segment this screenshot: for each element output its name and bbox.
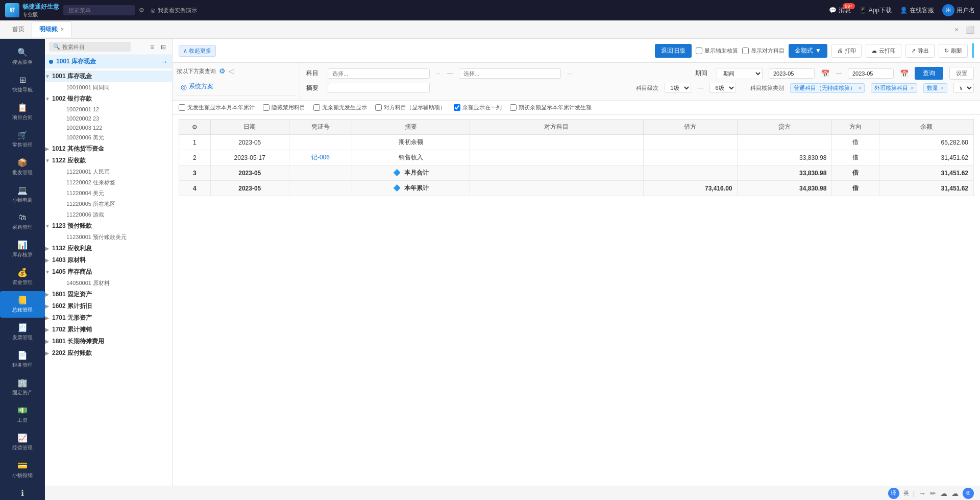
period-start-calendar-icon[interactable]: 📅 xyxy=(821,69,829,78)
sidebar-item-finance[interactable]: 💰 资金管理 xyxy=(0,264,45,290)
expand-more-btn[interactable]: ∧ 收起更多 xyxy=(179,45,216,57)
hide-disabled-checkbox[interactable] xyxy=(263,104,270,111)
tree-item-1601[interactable]: ▶ 1601 固定资产 xyxy=(45,289,172,300)
tree-item-10020006[interactable]: 10020006 美元 xyxy=(45,132,172,143)
export-btn[interactable]: ↗ 导出 xyxy=(905,44,935,58)
sidebar-item-wholesale[interactable]: 📦 批发管理 xyxy=(0,154,45,180)
sidebar-item-sales[interactable]: 💳 小畅报销 xyxy=(0,457,45,483)
tree-list-icon[interactable]: ≡ xyxy=(148,42,157,52)
tree-item-2202[interactable]: ▶ 2202 应付账款 xyxy=(45,347,172,359)
tree-item-1132[interactable]: ▶ 1132 应收利息 xyxy=(45,243,172,254)
demo-link[interactable]: ◎ 我要看实例演示 xyxy=(151,7,197,14)
sidebar-item-inventory[interactable]: 📊 库存核算 xyxy=(0,236,45,263)
col-settings[interactable]: ⚙ xyxy=(179,120,211,135)
tree-item-14050001[interactable]: 14050001 原材料 xyxy=(45,278,172,289)
tree-item-11220005[interactable]: 11220005 所在地区 xyxy=(45,199,172,209)
tree-item-10020002[interactable]: 10020002 23 xyxy=(45,114,172,123)
tree-item-11220006[interactable]: 11220006 游戏 xyxy=(45,209,172,220)
option-initial-balance[interactable]: 期初余额显示本年累计发生额 xyxy=(510,104,592,111)
level-start-select[interactable]: 1级 xyxy=(665,83,691,93)
right-panel-toggle[interactable] xyxy=(972,43,974,58)
sidebar-item-salary[interactable]: 💵 工资 xyxy=(0,401,45,428)
sidebar-item-ops[interactable]: 📈 经营管理 xyxy=(0,429,45,456)
tree-item-10010001[interactable]: 10010001 同同同 xyxy=(45,82,172,93)
tree-search-input[interactable] xyxy=(62,44,124,50)
tab-home[interactable]: 首页 xyxy=(5,22,32,37)
tree-item-1405[interactable]: ▼ 1405 库存商品 xyxy=(45,266,172,278)
sidebar-item-search[interactable]: 🔍 搜索菜单 xyxy=(0,43,45,70)
tree-item-11220004[interactable]: 11220004 美元 xyxy=(45,188,172,199)
show-aux-check[interactable]: 显示辅助核算 xyxy=(696,47,738,55)
top-search-input[interactable] xyxy=(63,5,135,15)
balance-one-col-checkbox[interactable] xyxy=(454,104,460,111)
option-opposite-show[interactable]: 对方科目（显示辅助项） xyxy=(375,104,446,111)
system-scheme-btn[interactable]: ◎ 系统方案 xyxy=(177,81,296,92)
period-end-calendar-icon[interactable]: 📅 xyxy=(900,69,909,78)
period-start-input[interactable] xyxy=(769,68,815,79)
quantity-select[interactable]: ∨ xyxy=(953,83,974,93)
status-cloud-1-icon[interactable]: ☁ xyxy=(940,489,947,497)
initial-balance-checkbox[interactable] xyxy=(510,104,517,111)
no-balance-checkbox[interactable] xyxy=(313,104,320,111)
tree-item-1701[interactable]: ▶ 1701 无形资产 xyxy=(45,312,172,324)
sidebar-item-general[interactable]: 📒 总账管理 xyxy=(0,291,45,318)
tree-item-1122[interactable]: ▼ 1122 应收款 xyxy=(45,155,172,166)
tab-close-icon[interactable]: × xyxy=(61,27,64,32)
message-button[interactable]: 💬 消息 99+ xyxy=(829,6,851,15)
panel-maximize-btn[interactable]: ⬜ xyxy=(965,25,975,35)
query-scheme-collapse-icon[interactable]: ◁ xyxy=(229,67,234,75)
subject-input[interactable] xyxy=(328,68,430,79)
status-cloud-2-icon[interactable]: ☁ xyxy=(951,489,959,497)
gear-icon[interactable]: ⚙ xyxy=(139,7,144,14)
tag-quantity-close[interactable]: × xyxy=(941,85,944,91)
period-type-select[interactable]: 期间 xyxy=(717,68,763,79)
app-download-button[interactable]: 📱 App下载 xyxy=(859,6,892,15)
status-arrow-icon[interactable]: → xyxy=(919,489,926,497)
query-scheme-settings-icon[interactable]: ⚙ xyxy=(219,67,226,75)
option-no-balance[interactable]: 无余额无发生显示 xyxy=(313,104,367,111)
subject-end-input[interactable] xyxy=(459,68,561,79)
sidebar-item-purchase[interactable]: 🛍 采购管理 xyxy=(0,209,45,235)
show-opposite-check[interactable]: 显示对方科目 xyxy=(742,47,785,55)
user-button[interactable]: 用 用户名 xyxy=(942,4,975,16)
period-end-input[interactable] xyxy=(848,68,894,79)
row-voucher-2[interactable]: 记-006 xyxy=(289,150,352,165)
status-lang-btn[interactable]: 英 xyxy=(903,489,909,497)
level-end-select[interactable]: 6级 xyxy=(709,83,736,93)
query-btn[interactable]: 查询 xyxy=(915,67,943,80)
tag-foreign-close[interactable]: × xyxy=(911,85,914,91)
status-translate-btn[interactable]: 译 xyxy=(888,488,899,499)
tree-item-1801[interactable]: ▶ 1801 长期待摊费用 xyxy=(45,336,172,347)
tree-item-10020003[interactable]: 10020003 122 xyxy=(45,123,172,132)
print-btn[interactable]: 🖨 打印 xyxy=(831,44,862,58)
cloud-print-btn[interactable]: ☁ 云打印 xyxy=(866,44,901,58)
status-edit-icon[interactable]: ✏ xyxy=(930,489,936,497)
tab-ledger[interactable]: 明细账 × xyxy=(32,21,71,37)
summary-input[interactable] xyxy=(328,83,430,93)
opposite-show-checkbox[interactable] xyxy=(375,104,382,111)
show-opposite-checkbox[interactable] xyxy=(742,47,749,54)
show-aux-checkbox[interactable] xyxy=(696,47,702,54)
no-occurrence-checkbox[interactable] xyxy=(179,104,185,111)
tree-item-11220002[interactable]: 11220002 往来标签 xyxy=(45,177,172,188)
option-no-occurrence[interactable]: 无发生额显示本月本年累计 xyxy=(179,104,255,111)
tree-item-1012[interactable]: ▶ 1012 其他货币资金 xyxy=(45,143,172,155)
tree-item-11230001[interactable]: 11230001 预付账款美元 xyxy=(45,232,172,243)
status-number-btn[interactable]: ⑤ xyxy=(963,488,974,499)
tree-item-1403[interactable]: ▶ 1403 原材料 xyxy=(45,254,172,266)
tag-normal-close[interactable]: × xyxy=(858,85,861,91)
tree-item-1702[interactable]: ▶ 1702 累计摊销 xyxy=(45,324,172,336)
tree-collapse-icon[interactable]: ⊟ xyxy=(159,42,168,52)
back-old-btn[interactable]: 退回旧版 xyxy=(655,44,692,58)
sidebar-item-contract[interactable]: 📋 项目合同 xyxy=(0,99,45,125)
sidebar-item-quicknav[interactable]: ⊞ 快捷导航 xyxy=(0,71,45,98)
tree-item-11220001[interactable]: 11220001 人民币 xyxy=(45,166,172,177)
settings-btn[interactable]: 设置 xyxy=(949,67,974,80)
tree-item-10020001[interactable]: 10020001 12 xyxy=(45,105,172,114)
tree-item-1001[interactable]: ▼ 1001 库存现金 xyxy=(45,70,172,82)
tree-nav-icon[interactable]: → xyxy=(161,58,168,66)
panel-close-btn[interactable]: × xyxy=(951,25,962,35)
sidebar-item-tax[interactable]: 📄 税务管理 xyxy=(0,346,45,373)
sidebar-item-basic[interactable]: ℹ 基础信息 xyxy=(0,484,45,500)
sidebar-item-ecommerce[interactable]: 💻 小畅电商 xyxy=(0,181,45,208)
